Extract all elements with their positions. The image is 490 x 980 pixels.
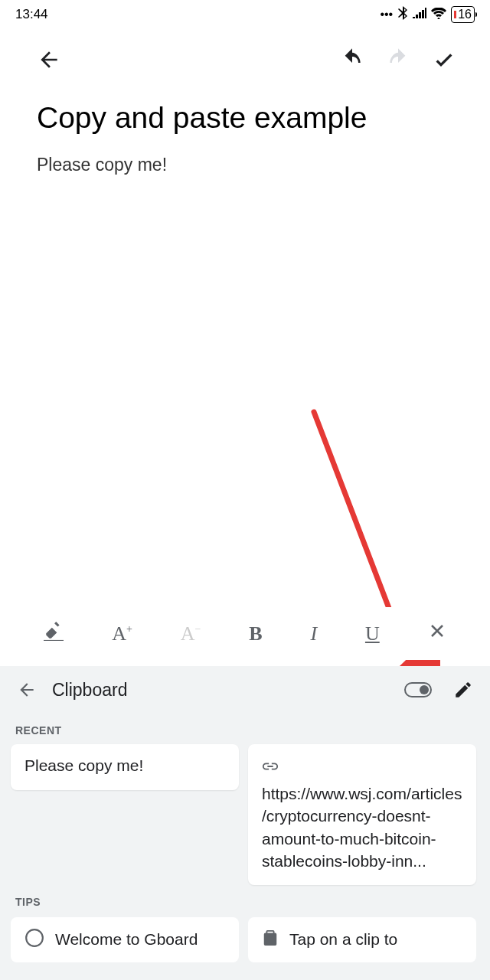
redo-button[interactable]	[380, 41, 416, 78]
highlight-button[interactable]	[36, 618, 71, 649]
svg-point-1	[26, 929, 43, 946]
italic-button[interactable]: I	[302, 619, 325, 648]
done-button[interactable]	[426, 41, 462, 78]
clipboard-icon	[262, 928, 279, 952]
signal-icon	[413, 8, 426, 21]
font-increase-button[interactable]: A+	[104, 619, 140, 648]
bold-button[interactable]: B	[241, 619, 270, 648]
clipboard-edit-button[interactable]	[447, 674, 479, 706]
font-decrease-button[interactable]: A−	[173, 619, 209, 648]
bluetooth-icon	[397, 6, 408, 23]
link-icon	[262, 756, 462, 775]
more-icon: •••	[380, 8, 393, 21]
recent-label: RECENT	[0, 714, 490, 744]
clipboard-back-button[interactable]	[11, 674, 43, 706]
clipboard-header: Clipboard	[0, 666, 490, 714]
underline-button[interactable]: U	[358, 619, 387, 648]
tip-item[interactable]: Welcome to Gboard	[11, 917, 239, 962]
battery-icon: 16	[451, 6, 475, 23]
wifi-icon	[431, 8, 446, 22]
status-bar: 13:44 ••• 16	[0, 0, 490, 29]
undo-button[interactable]	[334, 41, 371, 78]
clip-item[interactable]: https://www.wsj.com/articles/cryptocurre…	[248, 744, 476, 885]
app-toolbar	[0, 29, 490, 90]
tips-label: TIPS	[0, 885, 490, 916]
document-body[interactable]: Please copy me!	[37, 155, 453, 175]
clipboard-title: Clipboard	[52, 680, 389, 701]
clip-url: https://www.wsj.com/articles/cryptocurre…	[262, 782, 462, 873]
status-time: 13:44	[15, 7, 48, 22]
close-format-button[interactable]	[420, 619, 454, 648]
toggle-icon	[404, 682, 432, 697]
recent-clips: Please copy me! https://www.wsj.com/arti…	[0, 744, 490, 885]
tip-text: Welcome to Gboard	[55, 930, 198, 949]
clip-text: Please copy me!	[24, 756, 143, 774]
status-indicators: ••• 16	[380, 6, 475, 23]
document-content[interactable]: Copy and paste example Please copy me!	[0, 101, 490, 175]
tip-text: Tap on a clip to	[289, 930, 397, 949]
clip-item[interactable]: Please copy me!	[11, 744, 239, 790]
battery-level: 16	[458, 8, 472, 21]
clipboard-toggle[interactable]	[398, 676, 438, 704]
document-title[interactable]: Copy and paste example	[37, 101, 453, 135]
clipboard-panel: Clipboard RECENT Please copy me! https:/…	[0, 666, 490, 980]
tip-item[interactable]: Tap on a clip to	[248, 917, 476, 962]
smiley-icon	[24, 928, 44, 952]
tips-row: Welcome to Gboard Tap on a clip to	[0, 917, 490, 962]
back-button[interactable]	[31, 41, 67, 78]
format-toolbar: A+ A− B I U	[0, 607, 490, 660]
